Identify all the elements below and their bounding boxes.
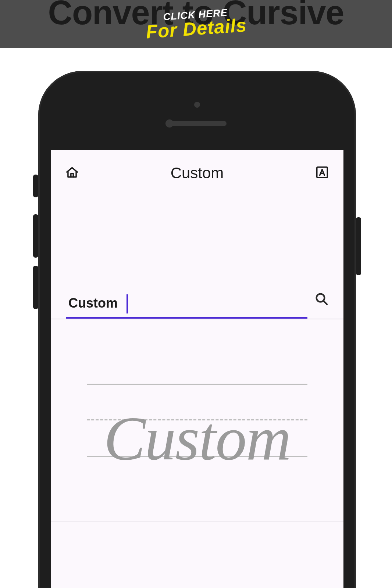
home-icon bbox=[65, 165, 79, 181]
cursive-output-text: Custom bbox=[83, 360, 311, 476]
font-style-icon bbox=[315, 165, 329, 181]
search-button[interactable] bbox=[314, 291, 330, 308]
app-bar: Custom bbox=[51, 150, 343, 194]
phone-mute-switch bbox=[33, 175, 38, 197]
phone-volume-up bbox=[33, 214, 38, 258]
writing-guide-lines: Custom bbox=[87, 384, 307, 457]
search-icon bbox=[314, 301, 329, 307]
text-caret bbox=[126, 294, 128, 313]
svg-rect-0 bbox=[317, 167, 328, 178]
cursive-preview: Custom bbox=[51, 320, 343, 521]
phone-power-button bbox=[356, 217, 361, 275]
phone-sensor bbox=[194, 102, 200, 108]
word-input[interactable] bbox=[66, 292, 307, 319]
input-row bbox=[51, 283, 343, 319]
page-title: Custom bbox=[171, 164, 224, 182]
top-banner: Convert to Cursive CLICK HERE For Detail… bbox=[0, 0, 392, 48]
svg-line-2 bbox=[324, 301, 327, 304]
guide-top-line bbox=[87, 384, 307, 385]
phone-speaker bbox=[168, 121, 227, 126]
home-button[interactable] bbox=[64, 165, 80, 181]
phone-mockup-body: Custom bbox=[38, 71, 356, 588]
guide-mid-line bbox=[87, 419, 307, 420]
phone-screen: Custom bbox=[51, 150, 343, 588]
phone-volume-down bbox=[33, 266, 38, 309]
text-input-wrap bbox=[66, 292, 307, 319]
stage: Custom bbox=[0, 48, 392, 588]
font-style-button[interactable] bbox=[314, 165, 330, 181]
guide-bottom-line bbox=[87, 456, 307, 457]
